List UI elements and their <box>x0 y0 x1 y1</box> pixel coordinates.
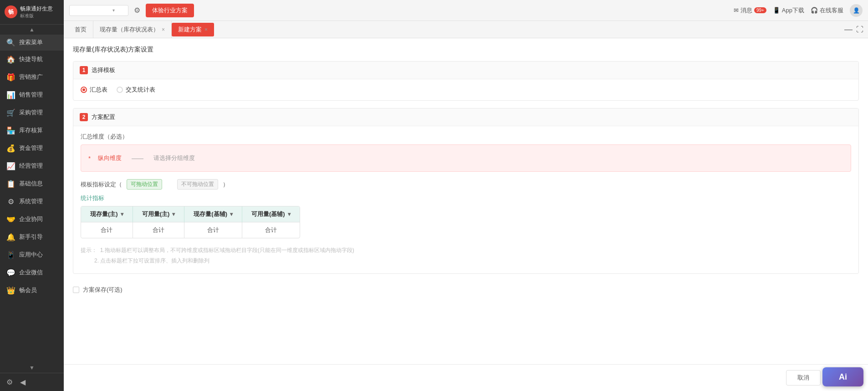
shortcut-icon: 🏠 <box>6 55 15 64</box>
radio-cross[interactable]: 交叉统计表 <box>117 86 155 94</box>
logo-text: 畅康通好生意 标准版 <box>20 5 53 19</box>
save-scheme-checkbox[interactable] <box>73 287 79 293</box>
step1-body: 汇总表 交叉统计表 <box>73 79 858 100</box>
marketing-icon: 🎁 <box>6 73 15 82</box>
tabs-right: — ⛶ <box>844 25 863 34</box>
business-icon: 📈 <box>6 162 15 170</box>
ai-float-button[interactable]: Ai <box>822 367 863 386</box>
sidebar-item-sales[interactable]: 📊 销售管理 <box>0 86 64 104</box>
search-input[interactable] <box>73 7 110 14</box>
dimension-area[interactable]: * 纵向维度 —— 请选择分组维度 <box>81 144 851 172</box>
col-header-0[interactable]: 现存量(主) ▾ <box>81 206 133 222</box>
customer-service-item[interactable]: 🎧 在线客服 <box>811 6 843 15</box>
headset-icon: 🎧 <box>811 7 818 14</box>
sidebar-item-purchase[interactable]: 🛒 采购管理 <box>0 104 64 122</box>
sidebar-item-basic[interactable]: 📋 基础信息 <box>0 175 64 193</box>
tab-inventory-close[interactable]: × <box>162 26 165 33</box>
logo-icon: 畅 <box>5 5 17 18</box>
sidebar-item-finance[interactable]: 💰 资金管理 <box>0 139 64 157</box>
app-icon: 📱 <box>6 251 15 259</box>
page-title: 现存量(库存状况表)方案设置 <box>73 46 859 54</box>
minimize-tab-icon[interactable]: — <box>844 25 853 34</box>
col-dropdown-3[interactable]: ▾ <box>288 211 291 217</box>
app-download-icon: 📱 <box>773 7 780 14</box>
search-dropdown-arrow[interactable]: ▾ <box>112 8 115 13</box>
member-icon: 👑 <box>6 286 15 295</box>
sidebar-item-system[interactable]: ⚙ 系统管理 <box>0 193 64 211</box>
purchase-icon: 🛒 <box>6 108 15 117</box>
radio-cross-circle <box>117 87 123 93</box>
sidebar-item-shortcut[interactable]: 🏠 快捷导航 <box>0 51 64 68</box>
col-summary-0: 合计 <box>81 222 133 238</box>
radio-summary[interactable]: 汇总表 <box>81 86 107 94</box>
system-icon: ⚙ <box>6 197 15 206</box>
sidebar-search[interactable]: 🔍 搜索菜单 <box>0 35 64 51</box>
sidebar-item-wechat[interactable]: 💬 企业微信 <box>0 264 64 282</box>
topbar: ▾ ⚙ 体验行业方案 ✉ 消息 99+ 📱 App下载 🎧 在线客服 👤 <box>64 0 868 21</box>
step1-number: 1 <box>80 66 88 74</box>
col-dropdown-1[interactable]: ▾ <box>172 211 175 217</box>
step2-body: 汇总维度（必选） * 纵向维度 —— 请选择分组维度 模板指标设定（ 可拖动位置… <box>73 126 858 273</box>
user-avatar[interactable]: 👤 <box>850 4 863 17</box>
message-item[interactable]: ✉ 消息 99+ <box>734 6 766 15</box>
col-header-2[interactable]: 现存量(基辅) ▾ <box>184 206 242 222</box>
finance-icon: 💰 <box>6 144 15 153</box>
not-draggable-tag: 不可拖动位置 <box>177 179 218 190</box>
sidebar-item-contract[interactable]: 🤝 企业协同 <box>0 211 64 228</box>
draggable-tag: 可拖动位置 <box>127 179 162 190</box>
tip2: 2. 点击标题栏下拉可设置排序、插入列和删除列 <box>81 257 851 265</box>
avatar-icon: 👤 <box>853 7 860 14</box>
settings-icon[interactable]: ⚙ <box>6 378 13 386</box>
sidebar-item-newbie[interactable]: 🔔 新手引导 <box>0 228 64 246</box>
step2-title: 方案配置 <box>92 113 115 121</box>
sidebar-scroll-down[interactable]: ▼ <box>0 363 64 373</box>
footer-bar: 取消 查询 <box>64 364 868 391</box>
sidebar-item-app[interactable]: 📱 应用中心 <box>0 246 64 264</box>
tab-home[interactable]: 首页 <box>68 21 93 38</box>
sidebar-item-inventory[interactable]: 🏪 库存核算 <box>0 122 64 139</box>
col-dropdown-2[interactable]: ▾ <box>230 211 233 217</box>
col-summary-2: 合计 <box>184 222 242 238</box>
step1-header: 1 选择模板 <box>73 62 858 79</box>
main-area: ▾ ⚙ 体验行业方案 ✉ 消息 99+ 📱 App下载 🎧 在线客服 👤 <box>64 0 868 391</box>
newbie-icon: 🔔 <box>6 233 15 242</box>
sidebar-item-marketing[interactable]: 🎁 营销推广 <box>0 68 64 86</box>
sidebar-item-member[interactable]: 👑 畅会员 <box>0 282 64 299</box>
sidebar-bottom: ⚙ ◀ <box>0 373 64 391</box>
cancel-button[interactable]: 取消 <box>786 370 821 386</box>
gear-button[interactable]: ⚙ <box>132 4 142 16</box>
topbar-left: ▾ ⚙ 体验行业方案 <box>69 4 729 17</box>
trial-button[interactable]: 体验行业方案 <box>146 4 194 17</box>
expand-tab-icon[interactable]: ⛶ <box>856 26 863 34</box>
step2-section: 2 方案配置 汇总维度（必选） * 纵向维度 —— 请选择分组维度 模板指标设定… <box>73 108 859 274</box>
metrics-table: 现存量(主) ▾ 可用量(主) ▾ <box>81 206 300 238</box>
dimension-label: 汇总维度（必选） <box>81 133 851 141</box>
message-icon: ✉ <box>734 7 739 14</box>
save-scheme-checkbox-label[interactable]: 方案保存(可选) <box>73 286 859 294</box>
sidebar-item-business[interactable]: 📈 经营管理 <box>0 157 64 175</box>
topbar-right: ✉ 消息 99+ 📱 App下载 🎧 在线客服 👤 <box>734 4 863 17</box>
search-icon: 🔍 <box>6 38 15 47</box>
step1-section: 1 选择模板 汇总表 交叉统计表 <box>73 61 859 101</box>
app-download-item[interactable]: 📱 App下载 <box>773 6 804 15</box>
dimension-required-star: * <box>88 155 91 162</box>
col-header-1[interactable]: 可用量(主) ▾ <box>133 206 184 222</box>
tab-new-scheme[interactable]: 新建方案 × <box>172 23 214 36</box>
col-dropdown-0[interactable]: ▾ <box>121 211 123 217</box>
collapse-icon[interactable]: ◀ <box>20 378 26 386</box>
sidebar: 畅 畅康通好生意 标准版 ▲ 🔍 搜索菜单 🏠 快捷导航 🎁 营销推广 📊 销售… <box>0 0 64 391</box>
tab-inventory-status[interactable]: 现存量（库存状况表） × <box>93 21 172 38</box>
inventory-icon: 🏪 <box>6 126 15 135</box>
tab-new-scheme-close[interactable]: × <box>204 26 208 33</box>
sidebar-nav: 🔍 搜索菜单 🏠 快捷导航 🎁 营销推广 📊 销售管理 🛒 采购管理 🏪 库存核… <box>0 35 64 363</box>
sidebar-logo: 畅 畅康通好生意 标准版 <box>0 0 64 25</box>
sidebar-scroll-up[interactable]: ▲ <box>0 25 64 35</box>
col-header-3[interactable]: 可用量(基辅) ▾ <box>242 206 300 222</box>
topbar-search-box[interactable]: ▾ <box>69 5 128 16</box>
metrics-label: 模板指标设定（ 可拖动位置 不可拖动位置 ） <box>81 179 851 190</box>
sales-icon: 📊 <box>6 91 15 99</box>
content-area: 现存量(库存状况表)方案设置 1 选择模板 汇总表 交叉统计表 <box>64 38 868 364</box>
basic-icon: 📋 <box>6 180 15 188</box>
tabs-bar: 首页 现存量（库存状况表） × 新建方案 × — ⛶ <box>64 21 868 38</box>
step2-number: 2 <box>80 113 88 121</box>
